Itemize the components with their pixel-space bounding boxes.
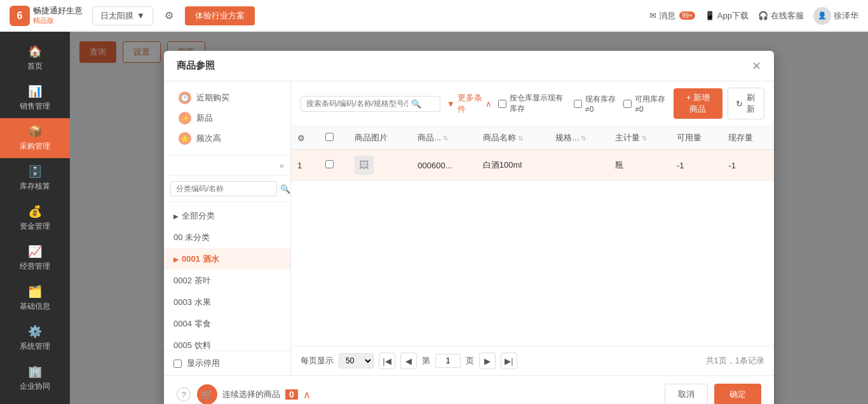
home-icon: 🏠 (28, 44, 42, 58)
warehouse-filter[interactable]: 按仓库显示现有库存 (498, 93, 567, 114)
settings-col-icon[interactable]: ⚙ (297, 133, 305, 143)
customer-service-label: 在线客服 (771, 10, 804, 22)
row-code: 000600... (411, 150, 477, 181)
new-icon: ✨ (179, 112, 191, 125)
sidebar-item-finance[interactable]: 💰 资金管理 (0, 198, 70, 238)
product-toolbar: 🔍 ▼ 更多条件 ∧ 按仓库显示现有库存 (291, 81, 774, 126)
category-search-input[interactable] (170, 181, 277, 196)
last-page-button[interactable]: ▶| (501, 353, 517, 369)
user-item[interactable]: 👤 徐泽华 (813, 7, 858, 25)
arrow-icon: ▶ (173, 213, 179, 220)
category-item-0001[interactable]: ▶ 0001 酒水 (164, 248, 290, 270)
select-all-checkbox[interactable] (325, 133, 334, 141)
modal-footer: ? 🛒 连续选择的商品 0 ∧ 取消 确定 (164, 375, 774, 404)
usable-filter[interactable]: 可用库存≠0 (623, 94, 667, 114)
continuous-select-label: 连续选择的商品 (222, 389, 280, 400)
category-item-0004[interactable]: 0004 零食 (164, 313, 290, 335)
cart-icon[interactable]: 🛒 (197, 384, 217, 404)
search-icon[interactable]: 🔍 (280, 184, 290, 194)
username: 徐泽华 (834, 10, 858, 22)
prev-page-button[interactable]: ◀ (400, 353, 417, 369)
arrow-icon: ▶ (173, 256, 179, 263)
customer-service-item[interactable]: 🎧 在线客服 (758, 10, 804, 22)
category-label: 0004 零食 (173, 318, 211, 330)
category-label: 0001 酒水 (182, 253, 219, 265)
usable-checkbox[interactable] (623, 100, 632, 108)
col-spec: 规格...⇅ (549, 126, 609, 150)
settings-icon[interactable]: ⚙ (159, 6, 179, 25)
available-filter[interactable]: 现有库存≠0 (574, 94, 617, 114)
category-label: 0002 茶叶 (173, 275, 211, 286)
collapse-button[interactable]: « (164, 156, 290, 176)
category-item-0003[interactable]: 0003 水果 (164, 292, 290, 313)
available-label: 现有库存≠0 (585, 94, 617, 114)
content-area: 查询 设置 刷新 商品参照 ✕ (70, 32, 868, 404)
trial-button[interactable]: 体验行业方案 (185, 6, 255, 25)
category-item-0005[interactable]: 0005 饮料 (164, 335, 290, 351)
refresh-label: 刷新 (745, 92, 756, 115)
sidebar-item-system[interactable]: ⚙️ 系统管理 (0, 318, 70, 358)
warehouse-label: 按仓库显示现有库存 (510, 93, 567, 114)
product-reference-modal: 商品参照 ✕ 🕐 近期购买 ✨ (164, 51, 774, 404)
sidebar-item-label: 采购管理 (20, 141, 50, 152)
add-product-button[interactable]: + 新增商品 (674, 88, 722, 119)
page-input[interactable] (435, 354, 461, 368)
sidebar-item-sales[interactable]: 📊 销售管理 (0, 78, 70, 118)
product-search-input[interactable] (306, 99, 408, 108)
sidebar-item-operations[interactable]: 📈 经营管理 (0, 238, 70, 278)
sidebar-item-label: 基础信息 (20, 301, 50, 312)
warehouse-checkbox[interactable] (498, 100, 506, 108)
confirm-button[interactable]: 确定 (714, 384, 761, 404)
category-item-00[interactable]: 00 未分类 (164, 227, 290, 248)
col-code: 商品...⇅ (411, 126, 477, 150)
usable-label: 可用库存≠0 (635, 94, 667, 114)
sidebar-item-label: 销售管理 (20, 101, 50, 112)
available-checkbox[interactable] (574, 100, 582, 108)
sidebar-item-enterprise[interactable]: 🏢 企业协同 (0, 358, 70, 398)
col-stock: 现存量 (722, 126, 774, 150)
pagination-bar: 每页显示 50 10 20 100 |◀ ◀ 第 页 (291, 346, 774, 375)
collapse-cart-icon[interactable]: ∧ (303, 389, 311, 401)
category-item-all[interactable]: ▶ 全部分类 (164, 205, 290, 227)
cancel-button[interactable]: 取消 (665, 384, 708, 404)
category-item-0002[interactable]: 0002 茶叶 (164, 270, 290, 292)
search-icon[interactable]: 🔍 (411, 99, 421, 109)
product-table-wrap: ⚙ 商品图片 商品...⇅ 商品名称⇅ 规格...⇅ 主计量⇅ 可用量 现存量 (291, 126, 774, 346)
per-page-select[interactable]: 50 10 20 100 (339, 353, 374, 368)
show-disabled-checkbox[interactable] (173, 360, 182, 368)
nav-dropdown[interactable]: 日太阳膜 ▼ (92, 6, 153, 25)
col-name: 商品名称⇅ (477, 126, 550, 150)
filter-button[interactable]: ▼ 更多条件 ∧ (447, 92, 492, 115)
analytics-icon: 📈 (28, 245, 42, 259)
app-download-item[interactable]: 📱 App下载 (705, 10, 749, 22)
row-unit: 瓶 (609, 150, 670, 181)
logo-area: 6 畅捷通好生意 精品版 (10, 6, 86, 26)
sidebar-item-inventory[interactable]: 🗄️ 库存核算 (0, 158, 70, 198)
cart-area: 🛒 连续选择的商品 0 ∧ (197, 384, 311, 404)
first-page-button[interactable]: |◀ (379, 353, 395, 369)
col-img: 商品图片 (348, 126, 411, 150)
top-navigation: 6 畅捷通好生意 精品版 日太阳膜 ▼ ⚙ 体验行业方案 ✉ 消息 99+ 📱 … (0, 0, 868, 32)
sidebar-item-guide[interactable]: 🌟 新手引导 (0, 398, 70, 404)
sidebar-item-basics[interactable]: 🗂️ 基础信息 (0, 278, 70, 318)
table-row[interactable]: 1 🖼 000600... 白酒100ml 瓶 (291, 150, 774, 181)
sidebar-item-home[interactable]: 🏠 首页 (0, 38, 70, 78)
recent-label: 近期购买 (196, 92, 229, 104)
chart-icon: 📊 (28, 84, 42, 98)
cart-count: 0 (285, 389, 298, 400)
row-available: -1 (670, 150, 722, 181)
sidebar-item-purchase[interactable]: 📦 采购管理 (0, 118, 70, 158)
show-disabled: 显示停用 (164, 351, 290, 375)
help-icon[interactable]: ? (177, 387, 191, 401)
logo-text-area: 畅捷通好生意 精品版 (33, 6, 83, 26)
close-icon[interactable]: ✕ (752, 60, 761, 72)
next-page-button[interactable]: ▶ (479, 353, 496, 369)
main-layout: 🏠 首页 📊 销售管理 📦 采购管理 🗄️ 库存核算 💰 资金管理 📈 经营管理… (0, 32, 868, 404)
new-products-item[interactable]: ✨ 新品 (173, 108, 281, 128)
frequent-item[interactable]: ⭐ 频次高 (173, 128, 281, 149)
recent-purchase-item[interactable]: 🕐 近期购买 (173, 88, 281, 108)
refresh-button[interactable]: ↻ 刷新 (728, 88, 764, 119)
refresh-icon: ↻ (736, 99, 743, 109)
messages-item[interactable]: ✉ 消息 99+ (649, 10, 695, 22)
row-checkbox[interactable] (325, 160, 334, 168)
